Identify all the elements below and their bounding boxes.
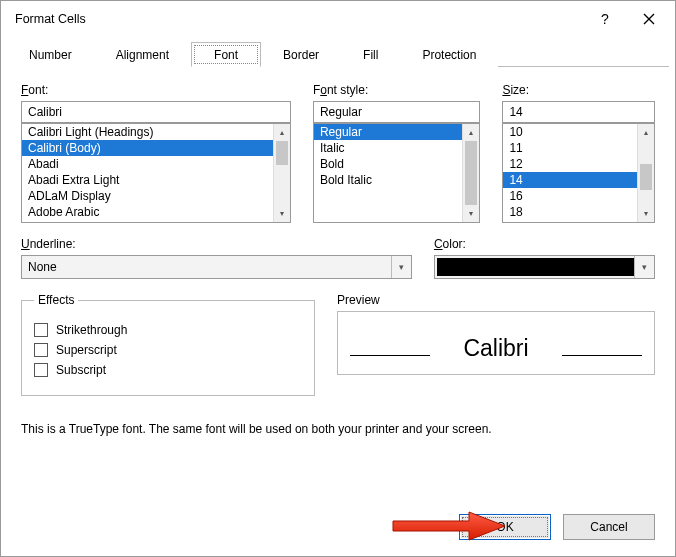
preview-group: Preview Calibri bbox=[337, 293, 655, 396]
tab-number[interactable]: Number bbox=[7, 42, 94, 67]
scroll-down-icon[interactable]: ▾ bbox=[463, 205, 479, 222]
list-item[interactable]: ADLaM Display bbox=[22, 188, 290, 204]
list-item[interactable]: 11 bbox=[503, 140, 654, 156]
strikethrough-checkbox[interactable]: Strikethrough bbox=[34, 323, 302, 337]
tab-border[interactable]: Border bbox=[261, 42, 341, 67]
scrollbar[interactable]: ▴ ▾ bbox=[462, 124, 479, 222]
list-item[interactable]: Italic bbox=[314, 140, 480, 156]
size-listbox[interactable]: 10 11 12 14 16 18 ▴ ▾ bbox=[502, 123, 655, 223]
checkbox-box bbox=[34, 323, 48, 337]
scrollbar[interactable]: ▴ ▾ bbox=[637, 124, 654, 222]
color-select[interactable]: ▾ bbox=[434, 255, 655, 279]
chevron-down-icon[interactable]: ▾ bbox=[391, 256, 411, 278]
checkbox-label: Superscript bbox=[56, 343, 117, 357]
window-title: Format Cells bbox=[15, 12, 583, 26]
underline-value: None bbox=[22, 260, 391, 274]
tab-alignment[interactable]: Alignment bbox=[94, 42, 191, 67]
list-item[interactable]: Calibri Light (Headings) bbox=[22, 124, 290, 140]
preview-box: Calibri bbox=[337, 311, 655, 375]
hotkey-o: o bbox=[320, 83, 327, 97]
preview-label: Preview bbox=[337, 293, 655, 307]
tab-protection[interactable]: Protection bbox=[400, 42, 498, 67]
font-info-text: This is a TrueType font. The same font w… bbox=[21, 422, 655, 436]
list-item[interactable]: Abadi Extra Light bbox=[22, 172, 290, 188]
close-button[interactable] bbox=[627, 1, 671, 37]
list-item[interactable]: 10 bbox=[503, 124, 654, 140]
titlebar: Format Cells ? bbox=[1, 1, 675, 37]
color-block: Color: ▾ bbox=[434, 237, 655, 279]
scroll-down-icon[interactable]: ▾ bbox=[274, 205, 290, 222]
list-item[interactable]: Abadi bbox=[22, 156, 290, 172]
font-style-label: Font style: bbox=[313, 83, 368, 97]
underline-label: Underline: bbox=[21, 237, 76, 251]
checkbox-box bbox=[34, 343, 48, 357]
checkbox-label: Subscript bbox=[56, 363, 106, 377]
dialog-button-row: OK Cancel bbox=[459, 514, 655, 540]
effects-legend: Effects bbox=[34, 293, 78, 307]
tab-fill[interactable]: Fill bbox=[341, 42, 400, 67]
scroll-up-icon[interactable]: ▴ bbox=[463, 124, 479, 141]
subscript-checkbox[interactable]: Subscript bbox=[34, 363, 302, 377]
tab-font[interactable]: Font bbox=[191, 42, 261, 67]
preview-sample: Calibri bbox=[445, 335, 546, 362]
scroll-thumb[interactable] bbox=[465, 141, 477, 205]
list-item[interactable]: Bold bbox=[314, 156, 480, 172]
font-label: Font: bbox=[21, 83, 48, 97]
cancel-button[interactable]: Cancel bbox=[563, 514, 655, 540]
font-input[interactable] bbox=[21, 101, 291, 123]
effects-group: Effects Strikethrough Superscript Subscr… bbox=[21, 293, 315, 396]
color-swatch bbox=[437, 258, 634, 276]
font-style-listbox[interactable]: Regular Italic Bold Bold Italic ▴ ▾ bbox=[313, 123, 481, 223]
checkbox-box bbox=[34, 363, 48, 377]
scroll-up-icon[interactable]: ▴ bbox=[274, 124, 290, 141]
scroll-down-icon[interactable]: ▾ bbox=[638, 205, 654, 222]
size-label: Size: bbox=[502, 83, 529, 97]
scroll-thumb[interactable] bbox=[640, 164, 652, 190]
font-style-input[interactable] bbox=[313, 101, 481, 123]
list-item[interactable]: 12 bbox=[503, 156, 654, 172]
style-column: Font style: Regular Italic Bold Bold Ita… bbox=[313, 83, 481, 223]
list-item[interactable]: Adobe Arabic bbox=[22, 204, 290, 220]
list-item[interactable]: Calibri (Body) bbox=[22, 140, 290, 156]
font-listbox[interactable]: Calibri Light (Headings) Calibri (Body) … bbox=[21, 123, 291, 223]
list-item[interactable]: 18 bbox=[503, 204, 654, 220]
help-button[interactable]: ? bbox=[583, 1, 627, 37]
chevron-down-icon[interactable]: ▾ bbox=[634, 256, 654, 278]
size-input[interactable] bbox=[502, 101, 655, 123]
scrollbar[interactable]: ▴ ▾ bbox=[273, 124, 290, 222]
tab-strip: Number Alignment Font Border Fill Protec… bbox=[1, 37, 675, 67]
list-item[interactable]: Bold Italic bbox=[314, 172, 480, 188]
list-item[interactable]: 16 bbox=[503, 188, 654, 204]
font-column: Font: Calibri Light (Headings) Calibri (… bbox=[21, 83, 291, 223]
ok-button[interactable]: OK bbox=[459, 514, 551, 540]
underline-select[interactable]: None ▾ bbox=[21, 255, 412, 279]
color-label: Color: bbox=[434, 237, 466, 251]
tab-panel-font: Font: Calibri Light (Headings) Calibri (… bbox=[1, 67, 675, 440]
superscript-checkbox[interactable]: Superscript bbox=[34, 343, 302, 357]
size-column: Size: 10 11 12 14 16 18 ▴ ▾ bbox=[502, 83, 655, 223]
scroll-thumb[interactable] bbox=[276, 141, 288, 165]
list-item[interactable]: Regular bbox=[314, 124, 480, 140]
list-item[interactable]: 14 bbox=[503, 172, 654, 188]
scroll-up-icon[interactable]: ▴ bbox=[638, 124, 654, 141]
checkbox-label: Strikethrough bbox=[56, 323, 127, 337]
underline-block: Underline: None ▾ bbox=[21, 237, 412, 279]
